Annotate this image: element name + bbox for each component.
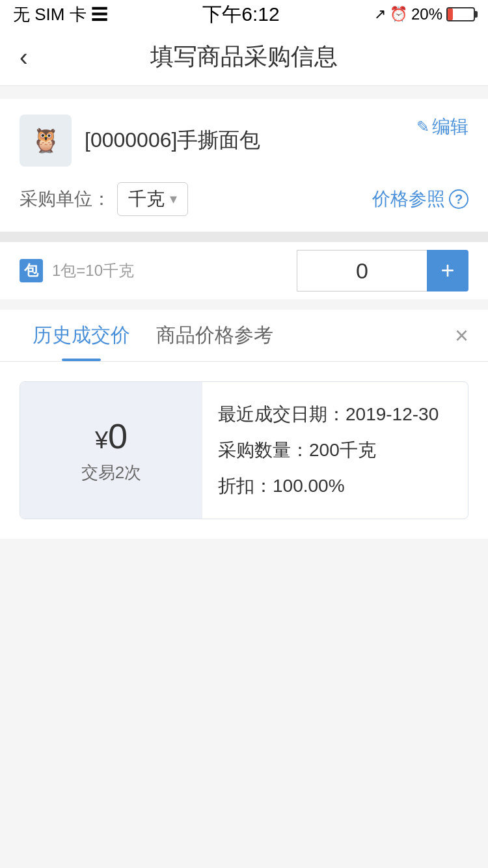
tab-content: ¥0 交易2次 最近成交日期：2019-12-30 采购数量：200千克 折扣：… bbox=[0, 362, 488, 539]
history-price-display: ¥0 bbox=[95, 416, 128, 456]
battery-percent: 20% bbox=[411, 5, 442, 23]
tab-close-button[interactable]: × bbox=[455, 324, 468, 347]
tabs-header: 历史成交价 商品价格参考 × bbox=[0, 310, 488, 362]
history-price-symbol: ¥ bbox=[95, 427, 108, 454]
tab-product-price-ref[interactable]: 商品价格参考 bbox=[143, 310, 286, 361]
status-time: 下午6:12 bbox=[202, 1, 279, 28]
status-left: 无 SIM 卡 ☰ bbox=[13, 3, 108, 26]
quantity-unit-label: 包 1包=10千克 bbox=[20, 259, 134, 282]
edit-icon: ✎ bbox=[416, 118, 429, 136]
tab-history-price[interactable]: 历史成交价 bbox=[20, 310, 143, 361]
product-thumbnail-icon: 🦉 bbox=[31, 127, 61, 154]
history-quantity: 采购数量：200千克 bbox=[218, 437, 452, 463]
quantity-section: 包 1包=10千克 0 + bbox=[0, 242, 488, 299]
unit-dropdown-arrow: ▾ bbox=[170, 191, 177, 208]
tabs-panel: 历史成交价 商品价格参考 × ¥0 交易2次 最近成交日期：2019-12-30… bbox=[0, 310, 488, 539]
unit-dropdown[interactable]: 千克 ▾ bbox=[117, 182, 188, 216]
price-reference-button[interactable]: 价格参照 ? bbox=[372, 187, 468, 211]
price-ref-icon: ? bbox=[449, 189, 468, 209]
unit-selector-group: 采购单位： 千克 ▾ bbox=[20, 182, 188, 216]
quantity-unit-subtext: 1包=10千克 bbox=[52, 260, 134, 281]
back-button[interactable]: ‹ bbox=[20, 45, 28, 70]
section-divider bbox=[0, 232, 488, 242]
quantity-unit-icon: 包 bbox=[20, 259, 43, 282]
status-right: ↗ ⏰ 20% bbox=[374, 5, 475, 23]
history-price-value: 0 bbox=[108, 416, 128, 455]
unit-label: 采购单位： bbox=[20, 187, 111, 211]
page-title: 填写商品采购信息 bbox=[150, 41, 338, 73]
quantity-input[interactable]: 0 bbox=[297, 250, 427, 292]
history-trades: 交易2次 bbox=[81, 461, 141, 484]
product-section: 🦉 [0000006]手撕面包 ✎ 编辑 采购单位： 千克 ▾ 价格参照 ? bbox=[0, 99, 488, 232]
product-header: 🦉 [0000006]手撕面包 ✎ 编辑 bbox=[20, 115, 468, 167]
nav-bar: ‹ 填写商品采购信息 bbox=[0, 29, 488, 86]
product-unit-row: 采购单位： 千克 ▾ 价格参照 ? bbox=[20, 182, 468, 216]
product-thumbnail: 🦉 bbox=[20, 115, 72, 167]
history-card-left: ¥0 交易2次 bbox=[20, 382, 202, 519]
battery-icon bbox=[446, 7, 475, 21]
alarm-icon: ⏰ bbox=[390, 6, 407, 23]
quantity-plus-button[interactable]: + bbox=[427, 250, 468, 292]
history-card-right: 最近成交日期：2019-12-30 采购数量：200千克 折扣：100.00% bbox=[202, 382, 468, 519]
no-sim-text: 无 SIM 卡 ☰ bbox=[13, 3, 108, 26]
history-card: ¥0 交易2次 最近成交日期：2019-12-30 采购数量：200千克 折扣：… bbox=[20, 381, 468, 519]
product-info-row: 🦉 [0000006]手撕面包 bbox=[20, 115, 260, 167]
edit-button[interactable]: ✎ 编辑 bbox=[416, 115, 468, 139]
product-name: [0000006]手撕面包 bbox=[85, 126, 260, 155]
history-last-date: 最近成交日期：2019-12-30 bbox=[218, 401, 452, 427]
quantity-controls: 0 + bbox=[297, 250, 468, 292]
status-bar: 无 SIM 卡 ☰ 下午6:12 ↗ ⏰ 20% bbox=[0, 0, 488, 29]
location-icon: ↗ bbox=[374, 6, 386, 23]
history-discount: 折扣：100.00% bbox=[218, 473, 452, 498]
